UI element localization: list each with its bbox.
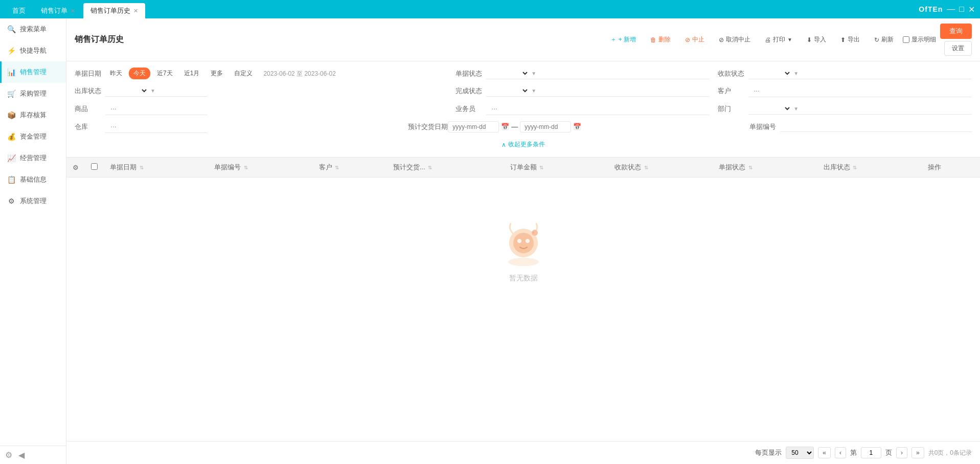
display-cols-label: 显示明细 [911, 35, 936, 44]
table-settings-col[interactable]: ⚙ [66, 158, 85, 178]
col-doc-sort-icon[interactable]: ⇅ [748, 165, 753, 170]
col-date-sort-icon[interactable]: ⇅ [140, 165, 144, 170]
table-checkbox-col[interactable] [85, 158, 104, 178]
import-button[interactable]: ⬇ 导入 [802, 33, 831, 47]
settings-button[interactable]: 设置 [944, 41, 972, 56]
sidebar-item-quick-nav-label: 快捷导航 [20, 46, 47, 55]
sidebar-item-inventory[interactable]: 📦 库存核算 [0, 104, 66, 126]
expected-date-label: 预计交货日期 [408, 122, 448, 131]
gear-icon[interactable]: ⚙ [73, 164, 79, 171]
new-button[interactable]: ＋ + 新增 [605, 33, 641, 47]
sidebar-item-base-info[interactable]: 📋 基础信息 [0, 169, 66, 190]
sidebar-item-purchase-mgmt[interactable]: 🛒 采购管理 [0, 83, 66, 104]
sidebar-item-operations[interactable]: 📈 经营管理 [0, 147, 66, 169]
collapse-more-btn[interactable]: ∧ 收起更多条件 [75, 138, 972, 151]
filter-goods: 商品 ··· [75, 102, 455, 115]
select-all-checkbox[interactable] [91, 163, 98, 170]
maximize-btn[interactable]: □ [959, 5, 964, 14]
purchase-mgmt-icon: 🛒 [7, 89, 16, 98]
dept-chevron-icon: ▼ [793, 106, 799, 112]
delivery-status-select-wrapper[interactable]: ▼ [105, 85, 208, 97]
filter-warehouse: 仓库 ··· [75, 120, 408, 133]
top-bar: 首页 销售订单 ✕ 销售订单历史 ✕ OfTEn — □ ✕ [0, 0, 980, 18]
col-no-sort-icon[interactable]: ⇅ [244, 165, 248, 170]
filter-row-2: 出库状态 ▼ 完成状态 ▼ [75, 84, 972, 97]
export-button[interactable]: ⬆ 导出 [835, 33, 865, 47]
customer-ellipsis-icon[interactable]: ··· [750, 85, 763, 96]
sidebar-settings-icon[interactable]: ⚙ [5, 450, 12, 460]
sidebar-item-sales-mgmt[interactable]: 📊 销售管理 [0, 61, 66, 83]
col-delivery-sort-icon[interactable]: ⇅ [428, 165, 432, 170]
col-customer-sort-icon[interactable]: ⇅ [335, 165, 339, 170]
tab-list: 首页 销售订单 ✕ 销售订单历史 ✕ [5, 0, 145, 18]
tab-sales-order-close[interactable]: ✕ [71, 8, 75, 14]
date-opt-last7[interactable]: 近7天 [152, 68, 177, 79]
per-page-select[interactable]: 50 10 20 100 [786, 447, 814, 459]
sidebar-item-sys-mgmt[interactable]: ⚙ 系统管理 [0, 190, 66, 212]
delivery-status-select[interactable] [107, 86, 148, 95]
minimize-btn[interactable]: — [947, 5, 955, 14]
complete-status-select[interactable] [488, 86, 529, 95]
col-payment-sort-icon[interactable]: ⇅ [644, 165, 648, 170]
payment-status-select[interactable] [750, 69, 791, 78]
tab-home[interactable]: 首页 [5, 3, 33, 18]
sidebar-item-quick-nav[interactable]: ⚡ 快捷导航 [0, 40, 66, 61]
col-delivery-status-sort-icon[interactable]: ⇅ [853, 165, 857, 170]
date-opt-last1m[interactable]: 近1月 [179, 68, 204, 79]
order-no-input[interactable] [782, 123, 970, 130]
display-cols-checkbox[interactable]: 显示明细 [903, 35, 936, 44]
expected-date-start[interactable] [448, 121, 499, 132]
col-no-label: 单据编号 [214, 163, 241, 171]
cancel-stop-button[interactable]: ⊘ 取消中止 [714, 33, 756, 47]
stop-button[interactable]: ⊘ 中止 [680, 33, 710, 47]
page-input[interactable] [861, 447, 881, 458]
expected-date-end[interactable] [520, 121, 571, 132]
filter-doc-status: 单据状态 ▼ [455, 68, 710, 79]
tab-sales-order-history-close[interactable]: ✕ [133, 8, 138, 14]
print-label: 打印 [773, 35, 785, 44]
display-cols-input[interactable] [903, 36, 909, 43]
goods-ellipsis-icon[interactable]: ··· [107, 103, 120, 114]
first-page-btn[interactable]: « [818, 447, 831, 458]
filter-customer: 客户 ··· [718, 84, 972, 97]
finance-icon: 💰 [7, 132, 16, 141]
goods-label: 商品 [75, 104, 105, 114]
last-page-btn[interactable]: » [911, 447, 924, 458]
col-amount-sort-icon[interactable]: ⇅ [539, 165, 543, 170]
prev-page-btn[interactable]: ‹ [835, 447, 846, 458]
print-button[interactable]: 🖨 打印 ▼ [760, 33, 797, 47]
tab-sales-order-history[interactable]: 销售订单历史 ✕ [83, 3, 145, 18]
complete-status-select-wrapper[interactable]: ▼ [486, 85, 710, 97]
doc-status-select[interactable] [488, 69, 529, 78]
date-opt-yesterday[interactable]: 昨天 [105, 68, 127, 79]
doc-status-select-wrapper[interactable]: ▼ [486, 68, 710, 79]
dept-select[interactable] [750, 104, 791, 113]
calendar-icon-left[interactable]: 📅 [501, 123, 509, 130]
delete-button[interactable]: 🗑 删除 [645, 33, 676, 47]
next-page-btn[interactable]: › [896, 447, 907, 458]
warehouse-ellipsis-icon[interactable]: ··· [107, 121, 120, 131]
window-close-btn[interactable]: ✕ [968, 5, 975, 14]
query-button[interactable]: 查询 [940, 24, 972, 39]
sidebar-collapse-icon[interactable]: ◀ [18, 450, 25, 460]
sys-mgmt-icon: ⚙ [7, 196, 16, 206]
payment-status-select-wrapper[interactable]: ▼ [748, 68, 972, 79]
content-area: 销售订单历史 ＋ + 新增 🗑 删除 ⊘ 中止 ⊘ 取消中止 [66, 18, 980, 464]
tab-sales-order[interactable]: 销售订单 ✕ [34, 3, 82, 18]
dept-select-wrapper[interactable]: ▼ [748, 103, 972, 115]
col-no: 单据编号 ⇅ [208, 158, 312, 178]
doc-status-chevron-icon: ▼ [531, 71, 536, 76]
empty-state: ? 暂无数据 [66, 178, 980, 303]
main-layout: 🔍 搜索菜单 ⚡ 快捷导航 📊 销售管理 🛒 采购管理 📦 库存核算 💰 资金管… [0, 18, 980, 464]
new-label: + 新增 [619, 35, 636, 44]
payment-status-chevron-icon: ▼ [793, 71, 799, 76]
date-opt-more[interactable]: 更多 [206, 68, 227, 79]
svg-point-4 [526, 239, 530, 243]
sidebar-item-finance[interactable]: 💰 资金管理 [0, 126, 66, 147]
salesperson-ellipsis-icon[interactable]: ··· [488, 103, 500, 114]
date-opt-custom[interactable]: 自定义 [230, 68, 257, 79]
refresh-button[interactable]: ↻ 刷新 [869, 33, 899, 47]
date-opt-today[interactable]: 今天 [129, 68, 150, 79]
calendar-icon-right[interactable]: 📅 [573, 123, 581, 130]
sidebar-item-search-menu[interactable]: 🔍 搜索菜单 [0, 18, 66, 40]
